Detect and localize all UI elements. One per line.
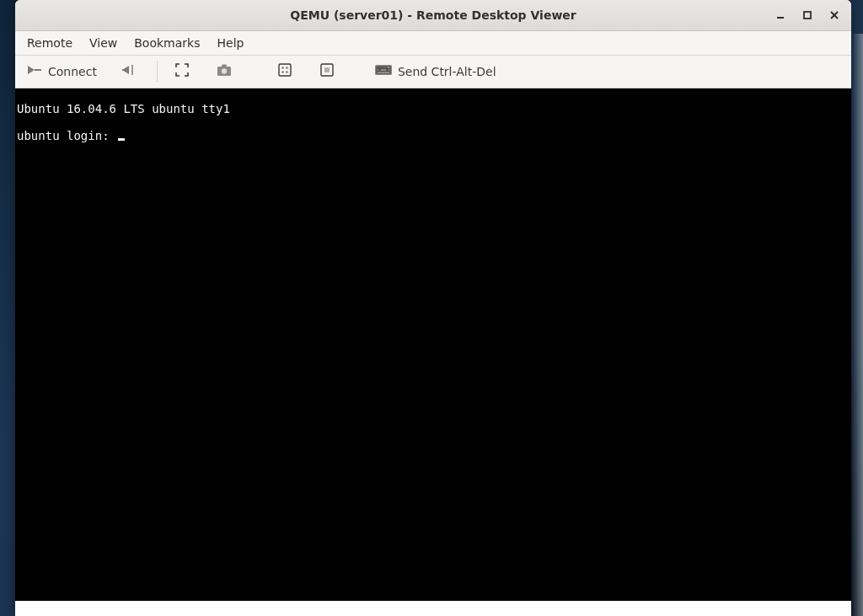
minimize-icon [775,10,785,20]
terminal-blank-line [17,115,850,129]
fullscreen-button[interactable] [163,58,201,85]
menu-bookmarks[interactable]: Bookmarks [126,31,208,55]
svg-rect-10 [279,64,291,76]
menu-view[interactable]: View [81,31,126,55]
window-controls [765,0,846,30]
desktop-right-edge [851,34,863,616]
terminal-line-1: Ubuntu 16.04.6 LTS ubuntu tty1 [17,102,850,115]
svg-rect-24 [380,69,387,71]
titlebar: QEMU (server01) - Remote Desktop Viewer [15,0,851,31]
readonly-icon [319,62,335,81]
readonly-button[interactable] [308,58,346,85]
terminal-login-prompt: ubuntu login: [17,129,116,142]
menubar: Remote View Bookmarks Help [15,31,851,56]
svg-rect-25 [388,69,390,71]
svg-rect-21 [384,67,386,68]
send-cad-label: Send Ctrl-Alt-Del [398,65,496,78]
svg-point-12 [286,67,288,69]
maximize-icon [802,10,812,20]
svg-rect-22 [387,67,390,68]
svg-rect-19 [379,67,381,68]
minimize-button[interactable] [769,4,792,26]
screenshot-button[interactable] [205,58,244,85]
toolbar-separator-1 [157,61,158,83]
disconnect-icon [121,62,137,81]
terminal-view[interactable]: Ubuntu 16.04.6 LTS ubuntu tty1 ubuntu lo… [15,88,851,601]
scaling-button[interactable] [265,58,304,85]
window-title: QEMU (server01) - Remote Desktop Viewer [290,8,576,22]
svg-point-9 [222,68,227,73]
connect-button[interactable]: Connect [20,58,106,85]
svg-point-14 [286,71,288,73]
app-window: QEMU (server01) - Remote Desktop Viewer … [15,0,851,616]
svg-rect-18 [377,67,378,68]
svg-point-13 [281,71,284,73]
fullscreen-icon [174,62,190,81]
maximize-button[interactable] [796,4,819,26]
scaling-icon [277,62,292,81]
camera-icon [216,62,233,81]
close-icon [829,10,839,20]
svg-rect-23 [377,69,379,71]
connect-label: Connect [48,65,97,78]
connect-icon [26,62,43,81]
disconnect-button[interactable] [110,58,148,85]
menu-help[interactable]: Help [208,31,252,55]
svg-rect-26 [377,72,390,73]
close-button[interactable] [823,4,846,26]
terminal-cursor [118,138,125,141]
terminal-login-line: ubuntu login: [17,129,850,142]
svg-rect-16 [324,67,330,72]
svg-point-11 [281,67,284,69]
svg-rect-8 [222,65,227,67]
menu-remote[interactable]: Remote [19,31,81,55]
keyboard-icon [374,63,393,80]
content-area: Ubuntu 16.04.6 LTS ubuntu tty1 ubuntu lo… [15,88,851,616]
toolbar: Connect [15,56,851,88]
svg-rect-20 [382,67,383,68]
send-ctrl-alt-del-button[interactable]: Send Ctrl-Alt-Del [368,58,506,85]
svg-rect-1 [804,12,811,19]
